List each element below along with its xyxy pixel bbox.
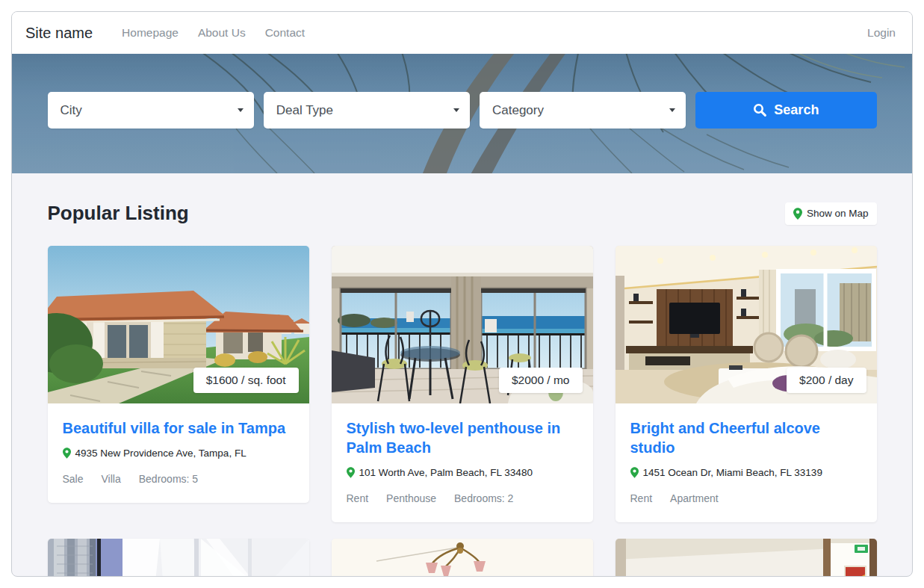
nav-item-contact[interactable]: Contact bbox=[257, 22, 313, 44]
tag: Sale bbox=[63, 473, 84, 485]
nav-right: Login bbox=[864, 26, 899, 40]
listing-address: 1451 Ocean Dr, Miami Beach, FL 33139 bbox=[630, 467, 862, 478]
listing-card: $2000 / mo Stylish two-level penthouse i… bbox=[332, 246, 593, 522]
listing-row-2 bbox=[48, 539, 877, 577]
map-pin-icon bbox=[63, 448, 71, 459]
tag: Rent bbox=[347, 492, 369, 504]
bedroom-canopy-photo[interactable] bbox=[48, 539, 309, 577]
listing-tags: Rent Apartment bbox=[630, 492, 862, 504]
tag: Villa bbox=[102, 473, 121, 485]
penthouse-terrace-photo[interactable]: $2000 / mo bbox=[332, 246, 593, 403]
listing-card: $200 / day Bright and Cheerful alcove st… bbox=[616, 246, 877, 522]
nav-menu: Homepage About Us Contact bbox=[114, 22, 313, 44]
site-brand[interactable]: Site name bbox=[25, 25, 93, 42]
listing-tags: Sale Villa Bedrooms: 5 bbox=[63, 473, 294, 485]
listing-address: 101 Worth Ave, Palm Beach, FL 33480 bbox=[347, 467, 578, 478]
listing-card-partial bbox=[48, 539, 309, 577]
price-badge: $200 / day bbox=[787, 368, 866, 393]
apartment-hallway-photo[interactable] bbox=[616, 539, 877, 577]
city-select[interactable]: City bbox=[48, 92, 254, 129]
caret-down-icon bbox=[238, 108, 244, 112]
map-pin-icon bbox=[793, 208, 802, 220]
caret-down-icon bbox=[669, 108, 675, 112]
tag: Apartment bbox=[670, 492, 719, 504]
show-on-map-button[interactable]: Show on Map bbox=[785, 202, 877, 225]
villa-exterior-photo[interactable]: $1600 / sq. foot bbox=[48, 246, 309, 403]
nav-item-about-us[interactable]: About Us bbox=[190, 22, 254, 44]
listing-title-link[interactable]: Bright and Cheerful alcove studio bbox=[630, 418, 862, 457]
deal-type-select[interactable]: Deal Type bbox=[264, 92, 470, 129]
price-badge: $1600 / sq. foot bbox=[193, 368, 299, 393]
main-content: Popular Listing Show on Map bbox=[12, 173, 912, 577]
listing-address: 4935 New Providence Ave, Tampa, FL bbox=[63, 448, 294, 459]
card-body: Beautiful villa for sale in Tampa 4935 N… bbox=[48, 403, 309, 503]
listing-card-partial bbox=[332, 539, 593, 577]
page-window: Site name Homepage About Us Contact Logi… bbox=[11, 11, 913, 577]
hallway-photo-graphic bbox=[616, 539, 877, 577]
tag: Bedrooms: 5 bbox=[139, 473, 198, 485]
chandelier-photo-graphic bbox=[332, 539, 593, 577]
listing-title-link[interactable]: Beautiful villa for sale in Tampa bbox=[63, 418, 294, 438]
search-bar: City Deal Type Category Search bbox=[37, 92, 888, 129]
search-icon bbox=[753, 103, 767, 117]
search-button[interactable]: Search bbox=[695, 92, 876, 129]
listing-row-1: $1600 / sq. foot Beautiful villa for sal… bbox=[48, 246, 877, 522]
studio-living-room-photo[interactable]: $200 / day bbox=[616, 246, 877, 403]
listing-title-link[interactable]: Stylish two-level penthouse in Palm Beac… bbox=[347, 418, 578, 457]
nav-item-homepage[interactable]: Homepage bbox=[114, 22, 187, 44]
category-select[interactable]: Category bbox=[480, 92, 686, 129]
page-title: Popular Listing bbox=[48, 202, 189, 225]
login-link[interactable]: Login bbox=[864, 22, 899, 43]
map-pin-icon bbox=[347, 467, 355, 478]
caret-down-icon bbox=[453, 108, 459, 112]
map-pin-icon bbox=[630, 467, 639, 478]
listing-card: $1600 / sq. foot Beautiful villa for sal… bbox=[48, 246, 309, 503]
tag: Rent bbox=[630, 492, 653, 504]
card-body: Bright and Cheerful alcove studio 1451 O… bbox=[616, 403, 877, 522]
bedroom-photo-graphic bbox=[48, 539, 309, 577]
price-badge: $2000 / mo bbox=[499, 368, 583, 393]
tag: Penthouse bbox=[386, 492, 436, 504]
card-body: Stylish two-level penthouse in Palm Beac… bbox=[332, 403, 593, 522]
listing-card-partial bbox=[616, 539, 877, 577]
top-navbar: Site name Homepage About Us Contact Logi… bbox=[12, 12, 912, 54]
bedroom-chandelier-photo[interactable] bbox=[332, 539, 593, 577]
listing-tags: Rent Penthouse Bedrooms: 2 bbox=[347, 492, 578, 504]
hero-banner: City Deal Type Category Search bbox=[12, 54, 912, 173]
tag: Bedrooms: 2 bbox=[454, 492, 513, 504]
